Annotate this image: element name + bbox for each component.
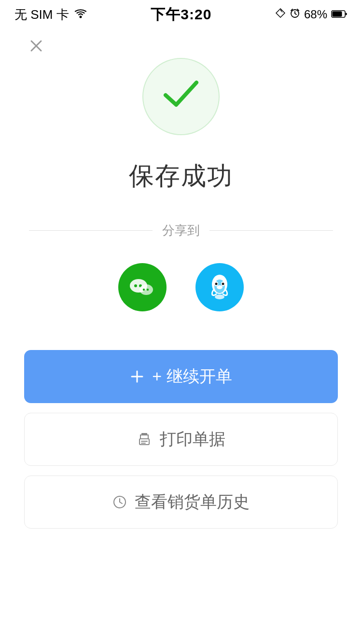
history-button[interactable]: 查看销货单历史	[24, 476, 338, 529]
success-icon-circle	[142, 58, 220, 135]
svg-point-19	[215, 294, 224, 299]
main-content: 保存成功 分享到	[0, 29, 362, 529]
alarm-icon	[290, 8, 300, 21]
wechat-share-button[interactable]	[118, 263, 167, 311]
checkmark-icon	[162, 77, 200, 117]
status-left: 无 SIM 卡	[14, 6, 87, 23]
svg-point-0	[79, 15, 82, 18]
svg-point-16	[215, 283, 217, 285]
svg-point-7	[134, 284, 137, 287]
battery-icon	[331, 8, 348, 21]
svg-rect-3	[332, 12, 342, 17]
svg-point-11	[147, 289, 149, 291]
svg-point-9	[139, 284, 153, 295]
close-button[interactable]	[24, 34, 48, 58]
battery-percent: 68%	[304, 8, 327, 21]
svg-point-18	[217, 285, 223, 289]
status-bar: 无 SIM 卡 下午3:20 68	[0, 0, 362, 29]
qq-share-button[interactable]	[195, 263, 244, 311]
divider-line-left	[29, 230, 153, 231]
share-label: 分享到	[153, 222, 209, 239]
share-divider: 分享到	[0, 222, 362, 239]
action-buttons: + 继续开单 打印单据 查看销	[0, 350, 362, 529]
svg-point-10	[143, 289, 145, 291]
location-icon	[275, 8, 286, 21]
svg-rect-25	[141, 433, 147, 435]
status-time: 下午3:20	[151, 5, 211, 25]
continue-button[interactable]: + 继续开单	[24, 350, 338, 403]
sim-text: 无 SIM 卡	[14, 6, 69, 23]
divider-line-right	[209, 230, 333, 231]
success-title: 保存成功	[129, 159, 233, 193]
status-right: 68%	[275, 8, 348, 21]
svg-point-17	[222, 283, 224, 285]
plus-icon	[130, 369, 144, 384]
print-icon	[137, 432, 152, 447]
print-button-label: 打印单据	[160, 428, 225, 450]
history-button-label: 查看销货单历史	[135, 491, 250, 513]
history-icon	[112, 495, 127, 509]
svg-rect-24	[141, 443, 146, 444]
print-button[interactable]: 打印单据	[24, 413, 338, 466]
share-row	[118, 263, 244, 311]
continue-button-label: + 继续开单	[152, 365, 232, 388]
wifi-icon	[74, 7, 87, 22]
svg-rect-23	[141, 441, 148, 442]
